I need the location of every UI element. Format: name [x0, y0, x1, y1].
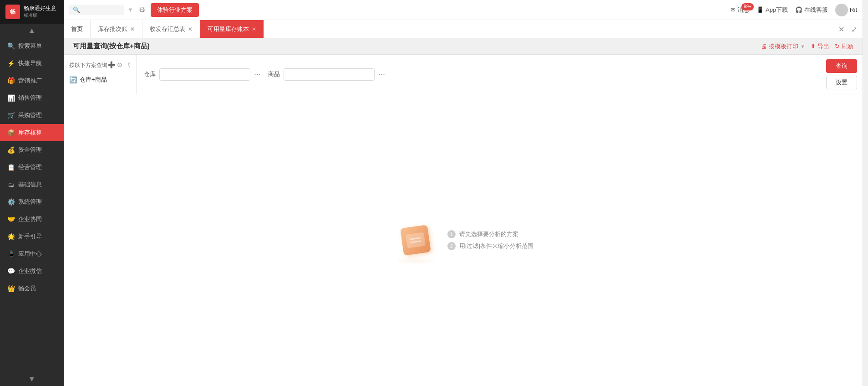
sidebar-item-member[interactable]: 👑 畅会员 [0, 280, 64, 297]
collapse-icon[interactable]: 《 [124, 61, 131, 69]
tip-text-2: 用[过滤]条件来缩小分析范围 [459, 242, 533, 250]
username-label: Rit [850, 6, 857, 13]
print-icon: 🖨 [761, 43, 767, 50]
sidebar-item-search[interactable]: 🔍 搜索菜单 [0, 37, 64, 55]
sidebar: 畅 畅康通好生意 标准版 ▲ 🔍 搜索菜单 ⚡ 快捷导航 🎁 营销推广 📊 销售… [0, 0, 64, 386]
scheme-item-warehouse-goods[interactable]: 🔄 仓库+商品 [64, 73, 136, 87]
avatar [835, 4, 848, 16]
print-action[interactable]: 🖨 按模板打印 ▼ [761, 42, 805, 51]
app-download-button[interactable]: 📱 App下载 [756, 6, 788, 14]
sidebar-nav: 🔍 搜索菜单 ⚡ 快捷导航 🎁 营销推广 📊 销售管理 🛒 采购管理 📦 库存核… [0, 37, 64, 372]
warehouse-label: 仓库 [144, 70, 156, 78]
online-service-button[interactable]: 🎧 在线客服 [795, 6, 828, 14]
query-sidebar-header: 按以下方案查询 ➕ ⊙ 《 [64, 59, 136, 73]
sidebar-item-finance[interactable]: 💰 资金管理 [0, 141, 64, 159]
tab-available-close-icon[interactable]: ✕ [252, 26, 256, 32]
sidebar-label-marketing: 营销推广 [18, 77, 42, 85]
tip-num-2: 2 [447, 242, 456, 250]
marketing-icon: 🎁 [7, 77, 15, 84]
scheme-item-label: 仓库+商品 [80, 76, 107, 84]
tabbar-close-button[interactable]: ✕ [838, 25, 844, 33]
tip-text-1: 请先选择要分析的方案 [459, 230, 518, 238]
tabbar-resize-button[interactable]: ⤢ [851, 25, 857, 33]
warehouse-input[interactable] [159, 68, 250, 81]
sidebar-item-inventory[interactable]: 📦 库存核算 [0, 124, 64, 141]
tab-available-label: 可用量库存账本 [208, 25, 249, 33]
add-scheme-icon[interactable]: ➕ [107, 61, 115, 69]
settings-scheme-icon[interactable]: ⊙ [117, 61, 122, 69]
empty-tips: 1 请先选择要分析的方案 2 用[过滤]条件来缩小分析范围 [447, 230, 533, 250]
sidebar-subtitle: 标准版 [24, 12, 56, 19]
tab-summary-label: 收发存汇总表 [150, 25, 185, 33]
topbar-search-input[interactable] [82, 7, 118, 13]
sidebar-label-appcenter: 应用中心 [18, 250, 42, 258]
user-menu-button[interactable]: Rit [835, 4, 857, 16]
sidebar-item-purchase[interactable]: 🛒 采购管理 [0, 107, 64, 124]
search-icon: 🔍 [7, 42, 15, 50]
sidebar-label-sales: 销售管理 [18, 94, 42, 102]
sidebar-item-wechat[interactable]: 💬 企业微信 [0, 262, 64, 280]
tab-summary[interactable]: 收发存汇总表 ✕ [142, 20, 200, 38]
content-header: 可用量查询(按仓库+商品) 🖨 按模板打印 ▼ ⬆ 导出 ↻ 刷新 [64, 38, 863, 55]
message-badge: 99+ [741, 3, 754, 10]
topbar-search-box: 🔍 [69, 5, 124, 15]
goods-label: 商品 [268, 70, 280, 78]
tab-batch-label: 库存批次账 [98, 25, 127, 33]
refresh-action[interactable]: ↻ 刷新 [835, 42, 853, 51]
sidebar-item-system[interactable]: ⚙️ 系统管理 [0, 193, 64, 211]
shortcut-icon: ⚡ [7, 60, 15, 67]
query-button[interactable]: 查询 [826, 59, 857, 73]
tabbar: 首页 库存批次账 ✕ 收发存汇总表 ✕ 可用量库存账本 ✕ ✕ ⤢ [64, 20, 863, 38]
sidebar-item-enterprise[interactable]: 🤝 企业协同 [0, 211, 64, 228]
sidebar-label-basic: 基础信息 [18, 180, 42, 189]
message-button[interactable]: ✉ 消息 99+ [731, 6, 749, 14]
sidebar-label-enterprise: 企业协同 [18, 215, 42, 223]
export-action[interactable]: ⬆ 导出 [811, 42, 829, 51]
warehouse-more-icon[interactable]: ··· [254, 70, 261, 78]
sidebar-item-appcenter[interactable]: 📱 应用中心 [0, 245, 64, 262]
chevron-down-icon: ▼ [800, 44, 805, 49]
inventory-icon: 📦 [7, 129, 15, 136]
scheme-item-icon: 🔄 [69, 76, 77, 83]
industry-solution-button[interactable]: 体验行业方案 [151, 3, 199, 17]
sidebar-item-operation[interactable]: 📋 经营管理 [0, 159, 64, 176]
topbar-gear-icon[interactable]: ⚙ [137, 4, 147, 16]
query-sidebar-label: 按以下方案查询 [69, 62, 107, 69]
tab-summary-close-icon[interactable]: ✕ [188, 26, 193, 32]
tip-num-1: 1 [447, 230, 456, 238]
dropdown-arrow-icon[interactable]: ▼ [127, 6, 133, 13]
sidebar-item-shortcut[interactable]: ⚡ 快捷导航 [0, 55, 64, 72]
tab-home[interactable]: 首页 [64, 20, 91, 38]
right-scrollbar[interactable] [863, 0, 868, 386]
settings-button[interactable]: 设置 [826, 76, 857, 89]
query-sidebar-actions: ➕ ⊙ 《 [107, 61, 131, 69]
sidebar-item-sales[interactable]: 📊 销售管理 [0, 89, 64, 107]
finance-icon: 💰 [7, 146, 15, 154]
query-area: 按以下方案查询 ➕ ⊙ 《 🔄 仓库+商品 仓库 ··· 商品 · [64, 55, 863, 94]
sidebar-header: 畅 畅康通好生意 标准版 [0, 0, 64, 24]
sidebar-item-newguide[interactable]: 🌟 新手引导 [0, 228, 64, 245]
sidebar-title: 畅康通好生意 [24, 5, 56, 12]
tab-batch-close-icon[interactable]: ✕ [130, 26, 135, 32]
sidebar-label-shortcut: 快捷导航 [18, 59, 42, 67]
sidebar-label-wechat: 企业微信 [18, 267, 42, 275]
sidebar-logo: 畅 [5, 5, 20, 19]
goods-more-icon[interactable]: ··· [378, 70, 385, 78]
goods-filter-field: 商品 ··· [268, 68, 385, 81]
topbar-right-actions: ✉ 消息 99+ 📱 App下载 🎧 在线客服 Rit [731, 4, 857, 16]
sidebar-item-basic[interactable]: 🗂 基础信息 [0, 176, 64, 193]
main-area: 🔍 ▼ ⚙ 体验行业方案 ✉ 消息 99+ 📱 App下载 🎧 在线客服 Rit [64, 0, 863, 386]
page-title: 可用量查询(按仓库+商品) [73, 42, 150, 51]
query-actions: 查询 设置 [821, 55, 863, 94]
goods-input[interactable] [284, 68, 375, 81]
tab-batch[interactable]: 库存批次账 ✕ [91, 20, 142, 38]
tab-available[interactable]: 可用量库存账本 ✕ [200, 20, 264, 38]
query-main-filters: 仓库 ··· 商品 ··· [137, 55, 821, 94]
sidebar-item-marketing[interactable]: 🎁 营销推广 [0, 72, 64, 89]
newguide-icon: 🌟 [7, 233, 15, 240]
sidebar-scroll-up[interactable]: ▲ [0, 24, 64, 37]
tab-home-label: 首页 [71, 25, 83, 33]
empty-tip-1: 1 请先选择要分析的方案 [447, 230, 533, 238]
sidebar-scroll-down[interactable]: ▼ [0, 372, 64, 386]
warehouse-filter-field: 仓库 ··· [144, 68, 261, 81]
